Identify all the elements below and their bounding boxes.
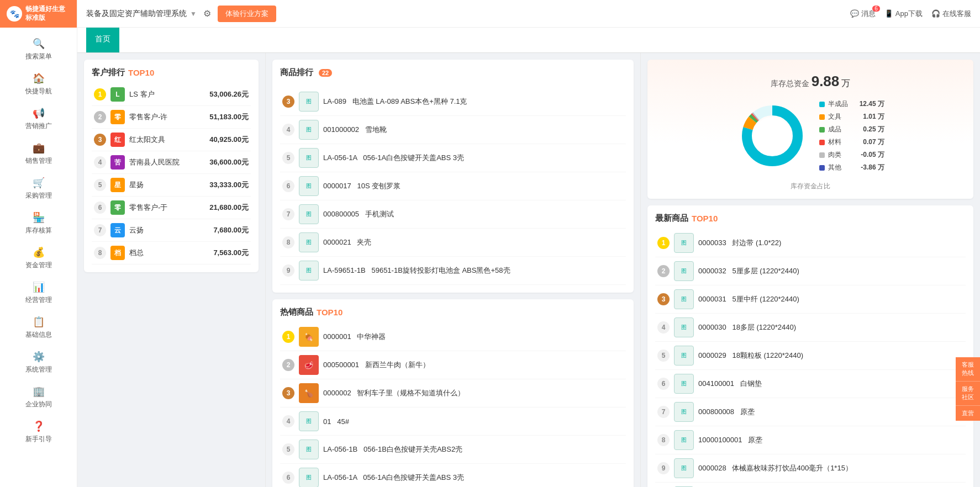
sidebar-item-label: 搜索菜单 xyxy=(25,52,52,61)
rank-number: 3 xyxy=(94,134,106,146)
legend-value: 0.25 万 xyxy=(851,125,884,134)
product-ranking-header: 商品排行 22 xyxy=(280,67,626,83)
rank-number: 3 xyxy=(282,96,294,108)
rank-item: 8 档 档总 7,563.00元 xyxy=(92,242,251,264)
svg-point-6 xyxy=(754,117,791,155)
rank-item: 1 L LS 客户 53,006.26元 xyxy=(92,83,251,106)
tab-home[interactable]: 首页 xyxy=(86,28,119,52)
service-wrap[interactable]: 🎧 在线客服 xyxy=(931,9,971,19)
customer-rank-list: 1 L LS 客户 53,006.26元 2 零 零售客户-许 51,183.0… xyxy=(92,83,251,264)
rank-item: 5 图 0000029 18颗粒板 (1220*2440) xyxy=(655,342,966,370)
app-label: App下载 xyxy=(895,9,923,19)
rank-number: 8 xyxy=(94,247,106,259)
inventory-footer: 库存资金占比 xyxy=(655,182,966,191)
product-img: 🍗 xyxy=(299,383,319,403)
float-btn-service[interactable]: 客服热线 xyxy=(956,357,980,382)
sidebar-item-guide[interactable]: ❓ 新手引导 xyxy=(0,415,77,449)
customer-avatar: 零 xyxy=(110,200,125,215)
rank-item: 3 🍗 0000002 智利车子里（规格不知道填什么） xyxy=(280,379,626,407)
float-btn-direct[interactable]: 直营 xyxy=(956,406,980,421)
col-mid: 商品排行 22 3 图 LA-089 电池盖 LA-089 ABS本色+黑种 7… xyxy=(265,53,641,487)
app-download-wrap[interactable]: 📱 App下载 xyxy=(884,9,923,19)
rank-number: 8 xyxy=(657,434,670,446)
legend-dot xyxy=(819,140,825,145)
legend-dot xyxy=(819,127,825,133)
legend-item: 文具 1.01 万 xyxy=(819,110,884,123)
headset-icon: 🎧 xyxy=(931,9,940,18)
logo-line2: 标准版 xyxy=(25,14,65,23)
rank-item: 2 零 零售客户-许 51,183.00元 xyxy=(92,106,251,129)
sidebar-item-enterprise[interactable]: 🏢 企业协同 xyxy=(0,380,77,415)
rank-number: 6 xyxy=(94,202,106,214)
rank-item: 5 图 LA-056-1B 056-1B白色按键开关壳ABS2壳 xyxy=(280,436,626,464)
sidebar-item-quicknav[interactable]: 🏠 快捷导航 xyxy=(0,67,77,102)
product-img: 图 xyxy=(674,430,694,450)
rank-item: 1 图 0000033 封边带 (1.0*22) xyxy=(655,229,966,257)
sidebar-item-marketing[interactable]: 📢 营销推广 xyxy=(0,102,77,136)
donut-chart xyxy=(736,100,808,172)
legend-item: 半成品 12.45 万 xyxy=(819,98,884,110)
topbar-settings-icon[interactable]: ⚙ xyxy=(203,8,211,19)
sidebar-nav: 🔍 搜索菜单 🏠 快捷导航 📢 营销推广 💼 销售管理 🛒 采购管理 🏪 库存核… xyxy=(0,28,77,487)
rank-number: 4 xyxy=(94,156,106,168)
rank-number: 6 xyxy=(657,378,670,390)
rank-number: 6 xyxy=(282,472,294,484)
sidebar-item-search[interactable]: 🔍 搜索菜单 xyxy=(0,32,77,67)
logo-text: 畅捷通好生意 标准版 xyxy=(25,5,65,22)
legend-value: -3.86 万 xyxy=(851,163,884,172)
rank-number: 3 xyxy=(657,293,670,305)
logo-icon: 🐾 xyxy=(7,6,22,22)
tab-bar: 首页 xyxy=(77,28,980,53)
customer-avatar: 档 xyxy=(110,246,125,260)
new-products-card: 最新商品 TOP10 1 图 0000033 封边带 (1.0*22) 2 图 … xyxy=(647,205,973,487)
inventory-amount: 9.88 xyxy=(812,73,840,89)
sidebar-item-system[interactable]: ⚙️ 系统管理 xyxy=(0,345,77,380)
customer-avatar: L xyxy=(110,87,125,102)
product-img: 图 xyxy=(674,317,694,337)
message-badge-wrap[interactable]: 💬 消息 6 xyxy=(850,9,876,19)
product-img: 图 xyxy=(299,176,319,196)
rank-number: 2 xyxy=(282,359,294,371)
sidebar-item-purchase[interactable]: 🛒 采购管理 xyxy=(0,171,77,206)
customer-ranking-title: 客户排行 TOP10 xyxy=(92,67,251,78)
rank-number: 5 xyxy=(94,179,106,191)
phone-icon: 📱 xyxy=(884,9,893,18)
sidebar-item-inventory[interactable]: 🏪 库存核算 xyxy=(0,206,77,241)
sidebar-item-sales[interactable]: 💼 销售管理 xyxy=(0,136,77,171)
customer-avatar: 零 xyxy=(110,110,125,124)
sidebar-item-label: 资金管理 xyxy=(25,261,52,270)
product-img: 图 xyxy=(299,148,319,168)
legend-item: 材料 0.07 万 xyxy=(819,136,884,149)
question-icon: ❓ xyxy=(33,420,45,432)
customer-ranking-card: 客户排行 TOP10 1 L LS 客户 53,006.26元 2 零 零售客户… xyxy=(84,60,259,272)
rank-item: 8 图 10000100001 原垄 xyxy=(655,426,966,454)
rank-number: 1 xyxy=(94,88,106,100)
product-img: 图 xyxy=(299,411,319,431)
rank-number: 9 xyxy=(657,462,670,474)
rank-item: 6 图 004100001 白钢垫 xyxy=(655,370,966,398)
trial-button[interactable]: 体验行业方案 xyxy=(218,6,276,22)
sidebar-item-operation[interactable]: 📊 经营管理 xyxy=(0,276,77,310)
customer-avatar: 苦 xyxy=(110,155,125,170)
main-area: 装备及固定资产辅助管理系统 ▼ ⚙ 体验行业方案 💬 消息 6 📱 App下载 … xyxy=(77,0,980,487)
sidebar-item-basicinfo[interactable]: 📋 基础信息 xyxy=(0,310,77,345)
sidebar-item-finance[interactable]: 💰 资金管理 xyxy=(0,241,77,276)
inventory-card: 库存总资金 9.88 万 xyxy=(647,60,973,199)
sidebar-item-label: 采购管理 xyxy=(25,191,52,200)
rank-number: 5 xyxy=(657,350,670,362)
rank-item: 7 图 000800008 原垄 xyxy=(655,398,966,426)
rank-item: 5 星 星扬 33,333.00元 xyxy=(92,174,251,197)
product-img: 🥩 xyxy=(299,355,319,375)
rank-number: 9 xyxy=(282,264,294,277)
col-left: 客户排行 TOP10 1 L LS 客户 53,006.26元 2 零 零售客户… xyxy=(77,53,265,487)
new-products-list: 1 图 0000033 封边带 (1.0*22) 2 图 0000032 5厘多… xyxy=(655,229,966,487)
rank-item: 9 图 LA-59651-1B 59651-1B旋转投影灯电池盒 ABS黑色+5… xyxy=(280,257,626,285)
sidebar-item-label: 营销推广 xyxy=(25,121,52,131)
legend-dot xyxy=(819,102,825,107)
float-btn-community[interactable]: 服务社区 xyxy=(956,382,980,406)
rank-number: 4 xyxy=(282,124,294,136)
dashboard: 客户排行 TOP10 1 L LS 客户 53,006.26元 2 零 零售客户… xyxy=(77,53,980,487)
logo-line1: 畅捷通好生意 xyxy=(25,5,65,14)
rank-number: 7 xyxy=(94,224,106,236)
product-img: 图 xyxy=(674,346,694,366)
